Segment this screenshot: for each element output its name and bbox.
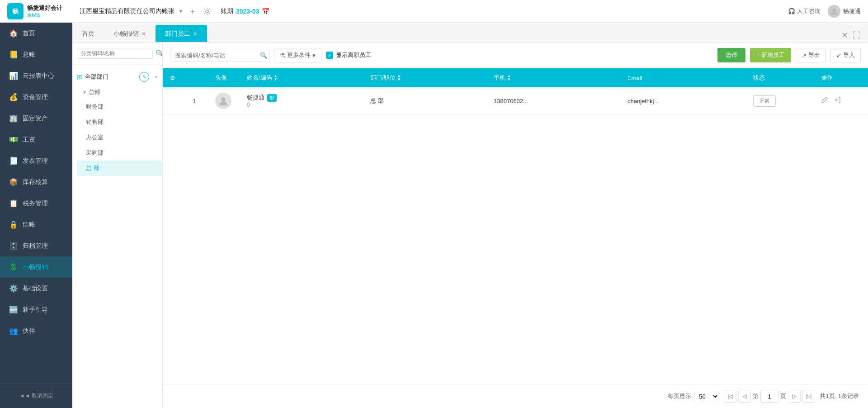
row-num-cell: 1 — [185, 87, 208, 115]
export-button[interactable]: ↗ 导出 — [796, 48, 826, 62]
tab-dept-emp[interactable]: 部门员工 ✕ — [156, 25, 207, 42]
page-suffix: 页 — [780, 392, 786, 400]
xiaochang-icon: 💲 — [9, 263, 18, 271]
logout-employee-button[interactable] — [834, 96, 841, 105]
th-status: 状态 — [746, 68, 814, 87]
top-right: 🎧 人工咨询 畅捷通 — [788, 5, 861, 18]
dept-collapse-button[interactable]: « — [155, 74, 158, 80]
dept-search-icon[interactable]: 🔍 — [156, 49, 163, 58]
tab-bar: 首页 小畅报销 ✕ 部门员工 ✕ ✕ ⛶ — [72, 23, 868, 43]
sidebar-item-partner[interactable]: 👥 伙伴 — [0, 320, 72, 342]
dept-group: ▼ 总部 财务部 销售部 办公室 采购部 总 部 — [72, 85, 162, 176]
company-name: 江西服宝精品有限责任公司内账张 — [80, 7, 175, 15]
page-number-input[interactable] — [760, 390, 778, 403]
sidebar-item-inventory[interactable]: 📦 库存核算 — [0, 171, 72, 193]
sidebar-item-label: 库存核算 — [23, 178, 48, 186]
th-name[interactable]: 姓名/编码 ▲▼ — [240, 68, 363, 87]
page-label: 第 — [753, 392, 759, 400]
add-company-button[interactable]: ＋ — [187, 6, 198, 17]
tab-home-label: 首页 — [82, 30, 94, 38]
sidebar-item-home[interactable]: 🏠 首页 — [0, 23, 72, 44]
sidebar-item-reports[interactable]: 📊 云报表中心 — [0, 65, 72, 86]
row-email-cell: chanjethkj... — [620, 87, 746, 115]
logo-area: 畅 畅捷通好会计 旗舰版 — [7, 3, 80, 19]
page-content: 🔍 ⊞ 全部部门 ✎ « ▼ 总部 — [72, 43, 868, 408]
tax-icon: 📋 — [9, 199, 18, 208]
show-resigned-toggle[interactable]: ✓ 显示离职员工 — [326, 51, 371, 59]
sidebar-item-assets[interactable]: 🏢 固定资产 — [0, 108, 72, 129]
sidebar-item-invoice[interactable]: 🧾 发票管理 — [0, 150, 72, 171]
company-dropdown-icon[interactable]: ▼ — [178, 8, 184, 14]
dept-node-sales[interactable]: 销售部 — [77, 114, 162, 130]
sidebar-item-label: 资金管理 — [23, 93, 48, 101]
sidebar-item-label: 归档管理 — [23, 242, 48, 250]
sidebar-bottom: ◄◄ 取消固定 — [0, 384, 72, 408]
export-icon: ↗ — [802, 52, 807, 59]
th-settings[interactable]: ⚙ — [163, 68, 185, 87]
close-tab-button[interactable]: ✕ — [841, 30, 848, 40]
settings-icon[interactable] — [202, 6, 212, 17]
prev-page-button[interactable]: ◁ — [738, 390, 751, 403]
sidebar-item-xiaochang[interactable]: 💲 小畅报销 — [0, 256, 72, 278]
sidebar-item-close[interactable]: 🔒 结账 — [0, 214, 72, 235]
svg-point-3 — [832, 9, 836, 12]
more-filter-button[interactable]: ⚗ 更多条件 ▾ — [274, 48, 321, 62]
sidebar-item-guide[interactable]: 🆕 新手引导 — [0, 299, 72, 320]
dept-node-office[interactable]: 办公室 — [77, 130, 162, 145]
th-mobile[interactable]: 手机 ▲▼ — [486, 68, 620, 87]
all-dept-label: 全部部门 — [85, 73, 108, 81]
dept-parent-node[interactable]: ▼ 总部 — [77, 85, 162, 99]
sidebar-item-archive[interactable]: 🗄️ 归档管理 — [0, 235, 72, 256]
invite-button[interactable]: 邀请 — [717, 48, 745, 62]
unpin-button[interactable]: ◄◄ 取消固定 — [0, 389, 72, 403]
filter-icon: ⚗ — [280, 52, 285, 59]
dept-panel: 🔍 ⊞ 全部部门 ✎ « ▼ 总部 — [72, 43, 163, 408]
per-page-select[interactable]: 50 100 200 — [694, 391, 719, 402]
add-employee-button[interactable]: + 新增员工 — [750, 48, 791, 62]
th-num — [185, 68, 208, 87]
tab-home[interactable]: 首页 — [72, 25, 104, 42]
tab-dept-emp-close[interactable]: ✕ — [193, 31, 198, 37]
import-button[interactable]: ↙ 导入 — [830, 48, 861, 62]
content-area: 首页 小畅报销 ✕ 部门员工 ✕ ✕ ⛶ 🔍 — [72, 23, 868, 408]
sidebar-item-label: 结账 — [23, 221, 35, 229]
dept-tree: ⊞ 全部部门 ✎ « ▼ 总部 财务部 销售部 办公室 — [72, 65, 162, 408]
consult-button[interactable]: 🎧 人工咨询 — [788, 7, 821, 15]
th-avatar: 头像 — [208, 68, 240, 87]
dept-node-purchase[interactable]: 采购部 — [77, 145, 162, 161]
dept-edit-button[interactable]: ✎ — [139, 72, 149, 82]
last-page-button[interactable]: ▷| — [802, 390, 815, 403]
edit-employee-button[interactable] — [821, 96, 828, 105]
user-area[interactable]: 畅捷通 — [828, 5, 861, 18]
basic-settings-icon: ⚙️ — [9, 284, 18, 293]
emp-layout: 🔍 ⊞ 全部部门 ✎ « ▼ 总部 — [72, 43, 868, 408]
dept-search-input[interactable] — [77, 48, 153, 59]
next-page-button[interactable]: ▷ — [788, 390, 801, 403]
sidebar-item-ledger[interactable]: 📒 总账 — [0, 44, 72, 65]
page-nav: |◁ ◁ 第 页 ▷ ▷| — [724, 390, 815, 403]
sort-arrows-mobile: ▲▼ — [507, 74, 511, 81]
emp-search-button[interactable]: 🔍 — [255, 49, 269, 62]
tab-xiaochang[interactable]: 小畅报销 ✕ — [104, 25, 156, 42]
emp-name-wrap: 畅捷通 部 — [247, 94, 356, 102]
all-dept-header[interactable]: ⊞ 全部部门 ✎ « — [72, 68, 162, 85]
ledger-icon: 📒 — [9, 50, 18, 59]
dept-node-general[interactable]: 总 部 — [77, 161, 162, 176]
sidebar-item-tax[interactable]: 📋 税务管理 — [0, 193, 72, 214]
th-dept[interactable]: 部门/职位 ▲▼ — [363, 68, 486, 87]
sidebar-item-salary[interactable]: 💵 工资 — [0, 129, 72, 150]
row-status-cell: 正常 — [746, 87, 814, 115]
dept-node-finance[interactable]: 财务部 — [77, 99, 162, 114]
expand-tab-button[interactable]: ⛶ — [853, 31, 861, 40]
emp-search-wrap: 🔍 — [170, 49, 269, 62]
guide-icon: 🆕 — [9, 305, 18, 314]
sidebar-item-label: 新手引导 — [23, 306, 48, 314]
calendar-icon[interactable]: 📅 — [262, 8, 269, 15]
emp-search-input[interactable] — [170, 49, 255, 62]
tab-xiaochang-close[interactable]: ✕ — [142, 31, 146, 37]
sidebar-item-settings[interactable]: ⚙️ 基础设置 — [0, 278, 72, 299]
first-page-button[interactable]: |◁ — [724, 390, 736, 403]
sidebar-item-funds[interactable]: 💰 资金管理 — [0, 86, 72, 108]
archive-icon: 🗄️ — [9, 242, 18, 250]
pagination-bar: 每页显示 50 100 200 |◁ ◁ 第 页 — [163, 384, 868, 408]
